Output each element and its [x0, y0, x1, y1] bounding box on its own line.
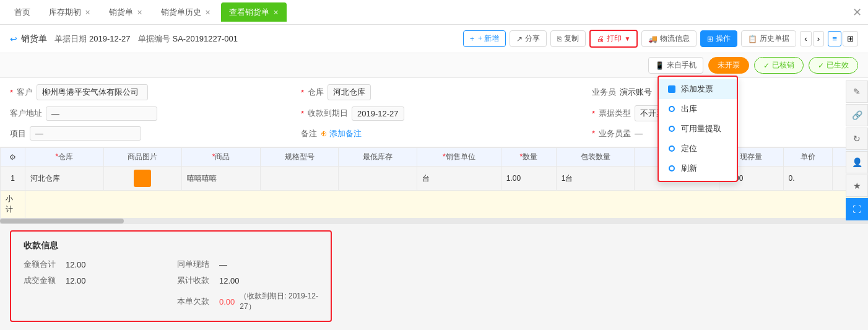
new-label: + 新增 — [478, 33, 499, 44]
window-close-btn[interactable]: ✕ — [853, 6, 862, 19]
dropdown-item-refresh[interactable]: 刷新 — [659, 158, 737, 178]
effective-btn[interactable]: ✓ 已生效 — [809, 57, 858, 74]
new-button[interactable]: + + 新增 — [463, 30, 506, 47]
project-field: 项目 — — [10, 126, 276, 141]
not-opened-label: 未开票 — [718, 60, 740, 71]
tab-sales-history[interactable]: 销货单历史 ✕ — [153, 2, 219, 22]
col-spec: 规格型号 — [260, 148, 339, 167]
sidebar-expand-icon[interactable]: ⛶ — [846, 198, 868, 220]
available-qty-icon — [667, 124, 676, 133]
doc-date-value: 2019-12-27 — [89, 34, 131, 43]
current-due-note: （收款到期日: 2019-12-27） — [240, 291, 318, 312]
share-icon: ↗ — [516, 35, 523, 43]
share-button[interactable]: ↗ 分享 — [510, 30, 547, 47]
project-value: — — [30, 126, 141, 141]
project-label: 项目 — [10, 128, 26, 139]
dropdown-item-locate[interactable]: 定位 — [659, 139, 737, 158]
tab-home[interactable]: 首页 — [6, 2, 38, 22]
col-settings: ⚙ — [1, 148, 25, 167]
sidebar-star-icon[interactable]: ★ — [846, 175, 868, 197]
tab-sales-label: 销货单 — [109, 7, 133, 18]
col-product-img: 商品图片 — [103, 148, 182, 167]
row-package-qty: 1台 — [556, 167, 635, 191]
cumulative-label: 累计收款 — [177, 275, 214, 286]
address-label: 客户地址 — [10, 108, 42, 119]
add-note-icon: ⊕ — [321, 129, 327, 138]
dropdown-item-add-invoice[interactable]: 添加发票 — [659, 79, 737, 99]
tab-view-sales-close[interactable]: ✕ — [273, 9, 279, 17]
dropdown-item-outbound[interactable]: 出库 — [659, 99, 737, 119]
sidebar-refresh-icon[interactable]: ↻ — [846, 128, 868, 150]
logistics-button[interactable]: 🚚 物流信息 — [641, 30, 697, 47]
history-label: 历史单据 — [760, 33, 789, 44]
row-no: 1 — [1, 167, 25, 191]
logistics-icon: 🚚 — [648, 35, 658, 43]
toolbar: + + 新增 ↗ 分享 ⎘ 复制 🖨 打印 ▼ 🚚 物流信息 ⊞ 操作 📋 历史… — [463, 30, 858, 48]
doc-no-label: 单据编号 — [138, 33, 170, 45]
tab-inventory[interactable]: 库存期初 ✕ — [41, 2, 98, 22]
share-label: 分享 — [525, 33, 540, 44]
nav-arrows: ‹ › — [800, 31, 824, 46]
row-spec — [260, 167, 339, 191]
payment-grid: 金额合计 12.00 同单现结 — 成交金额 12.00 累计收款 12.00 … — [24, 259, 318, 312]
subtotal-spacer — [25, 191, 868, 219]
grid-view-btn[interactable]: ⊞ — [843, 31, 858, 46]
refresh-label: 刷新 — [681, 163, 697, 174]
current-due-value: 0.00 — [219, 297, 235, 306]
tab-sales-close[interactable]: ✕ — [137, 9, 142, 17]
salesman2-required-star: * — [592, 129, 595, 138]
logistics-label: 物流信息 — [660, 33, 690, 44]
col-warehouse: *仓库 — [25, 148, 104, 167]
product-thumbnail — [134, 170, 151, 187]
note-label: 备注 — [301, 128, 317, 139]
tab-sales-history-close[interactable]: ✕ — [205, 9, 210, 17]
tab-home-label: 首页 — [14, 7, 30, 18]
history-button[interactable]: 📋 历史单据 — [741, 30, 796, 47]
print-label: 打印 — [607, 33, 622, 44]
row-unit-price: 0. — [783, 167, 833, 191]
sidebar-edit-icon[interactable]: ✎ — [846, 80, 868, 103]
salesman2-value: — — [635, 129, 643, 138]
ticket-type-label: 票据类型 — [599, 108, 631, 119]
operations-button[interactable]: ⊞ 操作 — [700, 30, 737, 47]
add-note-btn[interactable]: ⊕ 添加备注 — [321, 128, 362, 139]
next-arrow[interactable]: › — [813, 31, 824, 46]
mobile-icon: 📱 — [655, 61, 664, 70]
not-opened-btn[interactable]: 未开票 — [708, 57, 749, 74]
sidebar-link-icon[interactable]: 🔗 — [846, 104, 868, 126]
copy-label: 复制 — [564, 33, 579, 44]
add-note-label: 添加备注 — [329, 129, 362, 138]
sidebar-user-icon[interactable]: 👤 — [846, 151, 868, 173]
row-product: 嘻嘻嘻嘻 — [182, 167, 261, 191]
doc-header: ↩ 销货单 单据日期 2019-12-27 单据编号 SA-20191227-0… — [0, 25, 868, 53]
col-unit-price: 单价 — [783, 148, 833, 167]
print-button[interactable]: 🖨 打印 ▼ — [589, 30, 638, 48]
confirm-btn[interactable]: ✓ 已核销 — [754, 57, 804, 74]
tab-inventory-close[interactable]: ✕ — [85, 9, 90, 17]
outbound-icon — [667, 105, 676, 113]
confirm-label: 已核销 — [772, 60, 794, 71]
from-mobile-label: 来自手机 — [667, 60, 697, 71]
due-date-value: 2019-12-27 — [352, 106, 404, 121]
prev-arrow[interactable]: ‹ — [800, 31, 811, 46]
col-package-qty: 包装数量 — [556, 148, 635, 167]
tab-inventory-label: 库存期初 — [49, 7, 81, 18]
tab-sales[interactable]: 销货单 ✕ — [101, 2, 150, 22]
doc-type-icon: ↩ — [10, 34, 17, 44]
from-mobile-btn[interactable]: 📱 来自手机 — [648, 57, 703, 74]
scrollbar-thumb[interactable] — [0, 219, 124, 224]
new-icon: + — [470, 35, 474, 43]
row-min-stock — [339, 167, 417, 191]
right-sidebar: ✎ 🔗 ↻ 👤 ★ ⛶ — [846, 80, 868, 220]
list-view-btn[interactable]: ≡ — [828, 31, 841, 46]
copy-button[interactable]: ⎘ 复制 — [550, 30, 586, 47]
table-scrollbar[interactable] — [0, 219, 868, 224]
add-invoice-label: 添加发票 — [681, 84, 713, 95]
row-product-img — [103, 167, 182, 191]
col-min-stock: 最低库存 — [339, 148, 417, 167]
dropdown-item-available-qty[interactable]: 可用量提取 — [659, 119, 737, 139]
doc-no-value: SA-20191227-001 — [173, 34, 238, 43]
cumulative-value: 12.00 — [219, 276, 240, 285]
tab-view-sales[interactable]: 查看销货单 ✕ — [221, 2, 287, 22]
salesman2-label: 业务员孟 — [599, 128, 631, 139]
